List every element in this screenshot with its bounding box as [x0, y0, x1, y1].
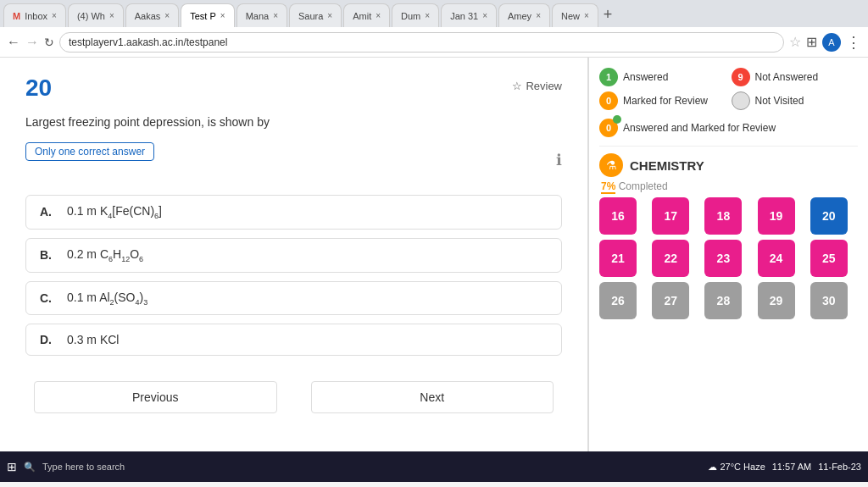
section-title: CHEMISTRY	[630, 158, 704, 173]
tab-close-jan31[interactable]: ×	[482, 11, 487, 20]
legend-answered: 1 Answered	[599, 68, 726, 86]
option-a-text: 0.1 m K4[Fe(CN)6]	[67, 204, 162, 220]
question-btn-26[interactable]: 26	[599, 282, 637, 319]
answered-label: Answered	[623, 71, 668, 83]
option-a[interactable]: A. 0.1 m K4[Fe(CN)6]	[25, 195, 562, 230]
tab-wh[interactable]: (4) Wh ×	[68, 3, 124, 27]
tab-close-amey[interactable]: ×	[536, 11, 541, 20]
bookmark-icon[interactable]: ☆	[789, 34, 801, 50]
answered-dot: 1	[599, 68, 618, 86]
tab-bar: M Inbox × (4) Wh × Aakas × Test P × Mana…	[0, 0, 868, 27]
legend: 1 Answered 9 Not Answered 0 Marked for R…	[599, 68, 858, 110]
question-btn-25[interactable]: 25	[810, 240, 848, 277]
not-visited-label: Not Visited	[755, 95, 804, 107]
tab-close-saurab[interactable]: ×	[327, 11, 332, 20]
question-grid: 161718192021222324252627282930	[599, 197, 858, 319]
windows-icon[interactable]: ⊞	[7, 460, 17, 473]
address-bar: ← → ↻ ☆ ⊞ A ⋮	[0, 27, 868, 58]
next-button[interactable]: Next	[311, 381, 554, 413]
back-button[interactable]: ←	[7, 35, 20, 50]
url-input[interactable]	[59, 32, 784, 53]
answered-marked-dot: 0	[599, 119, 618, 137]
question-btn-21[interactable]: 21	[599, 240, 637, 277]
question-btn-29[interactable]: 29	[758, 282, 795, 319]
tab-close-testpanel[interactable]: ×	[220, 11, 225, 20]
tab-inbox[interactable]: M Inbox ×	[3, 3, 66, 27]
taskbar-time: 11:57 AM	[772, 462, 811, 472]
question-btn-19[interactable]: 19	[758, 197, 795, 235]
info-icon[interactable]: ℹ	[556, 151, 562, 169]
question-btn-30[interactable]: 30	[810, 282, 848, 319]
option-a-letter: A.	[40, 205, 57, 219]
option-c[interactable]: C. 0.1 m Al2(SO4)3	[25, 281, 562, 316]
menu-icon[interactable]: ⋮	[846, 33, 861, 52]
extensions-icon[interactable]: ⊞	[806, 34, 817, 50]
option-d-letter: D.	[40, 333, 57, 346]
option-b-text: 0.2 m C6H12O6	[67, 247, 143, 263]
question-text: Largest freezing point depression, is sh…	[25, 115, 562, 129]
forward-button[interactable]: →	[25, 35, 39, 50]
star-icon: ☆	[512, 80, 522, 92]
tab-close-dummy[interactable]: ×	[425, 11, 430, 20]
question-btn-18[interactable]: 18	[704, 197, 742, 235]
question-btn-28[interactable]: 28	[704, 282, 742, 319]
question-btn-17[interactable]: 17	[652, 197, 689, 235]
question-btn-16[interactable]: 16	[599, 197, 637, 235]
marked-label: Marked for Review	[623, 95, 708, 107]
marked-dot: 0	[599, 91, 618, 110]
option-b[interactable]: B. 0.2 m C6H12O6	[25, 238, 562, 273]
search-text[interactable]: Type here to search	[42, 462, 125, 472]
reload-button[interactable]: ↻	[44, 36, 54, 49]
right-panel: 1 Answered 9 Not Answered 0 Marked for R…	[588, 58, 868, 451]
not-answered-label: Not Answered	[755, 71, 819, 83]
tab-close-aakash[interactable]: ×	[164, 11, 170, 20]
tab-aakash[interactable]: Aakas ×	[125, 3, 179, 27]
question-number: 20	[25, 75, 52, 102]
tab-saurab[interactable]: Saura ×	[289, 3, 342, 27]
tab-new[interactable]: New ×	[552, 3, 598, 27]
option-c-letter: C.	[40, 291, 57, 305]
tab-close-wh[interactable]: ×	[109, 11, 114, 20]
previous-button[interactable]: Previous	[34, 381, 277, 413]
tab-amey[interactable]: Amey ×	[498, 3, 550, 27]
option-b-letter: B.	[40, 248, 57, 262]
completed-bar: 7% Completed	[599, 180, 858, 192]
new-tab-button[interactable]: +	[604, 6, 613, 27]
tab-amit[interactable]: Amit ×	[343, 3, 390, 27]
taskbar-date: 11-Feb-23	[818, 462, 861, 472]
profile-icon[interactable]: A	[822, 33, 841, 52]
question-btn-22[interactable]: 22	[652, 240, 689, 277]
option-c-text: 0.1 m Al2(SO4)3	[67, 291, 147, 307]
legend-marked: 0 Marked for Review	[599, 91, 726, 110]
not-answered-dot: 9	[732, 68, 750, 86]
legend-not-visited: Not Visited	[732, 91, 859, 110]
question-btn-27[interactable]: 27	[652, 282, 689, 319]
question-btn-20[interactable]: 20	[810, 197, 848, 235]
tab-close-new[interactable]: ×	[584, 11, 589, 20]
question-btn-24[interactable]: 24	[758, 240, 795, 277]
tab-jan31[interactable]: Jan 31 ×	[441, 3, 497, 27]
completed-percent: 7%	[601, 180, 615, 194]
section-header: ⚗ CHEMISTRY	[599, 153, 858, 177]
tab-manage[interactable]: Mana ×	[236, 3, 287, 27]
tab-testpanel[interactable]: Test P ×	[181, 3, 234, 27]
search-icon[interactable]: 🔍	[24, 462, 36, 473]
tab-close-amit[interactable]: ×	[376, 11, 381, 20]
question-panel: 20 ☆ Review Largest freezing point depre…	[0, 58, 588, 451]
tab-close-inbox[interactable]: ×	[52, 11, 57, 20]
tab-close-manage[interactable]: ×	[273, 11, 278, 20]
option-d[interactable]: D. 0.3 m KCl	[25, 324, 562, 356]
weather-icon: ☁ 27°C Haze	[708, 462, 765, 473]
answered-marked-label: Answered and Marked for Review	[623, 122, 776, 134]
question-btn-23[interactable]: 23	[704, 240, 742, 277]
not-visited-dot	[732, 91, 750, 110]
section-icon: ⚗	[599, 153, 623, 177]
review-button[interactable]: ☆ Review	[512, 80, 562, 92]
legend-answered-marked: 0 Answered and Marked for Review	[599, 119, 858, 137]
answer-type-badge: Only one correct answer	[25, 142, 154, 161]
tab-dummy[interactable]: Dum ×	[392, 3, 439, 27]
main-layout: 20 ☆ Review Largest freezing point depre…	[0, 58, 868, 451]
legend-not-answered: 9 Not Answered	[732, 68, 859, 86]
taskbar: ⊞ 🔍 Type here to search ☁ 27°C Haze 11:5…	[0, 451, 868, 482]
option-d-text: 0.3 m KCl	[67, 333, 119, 346]
